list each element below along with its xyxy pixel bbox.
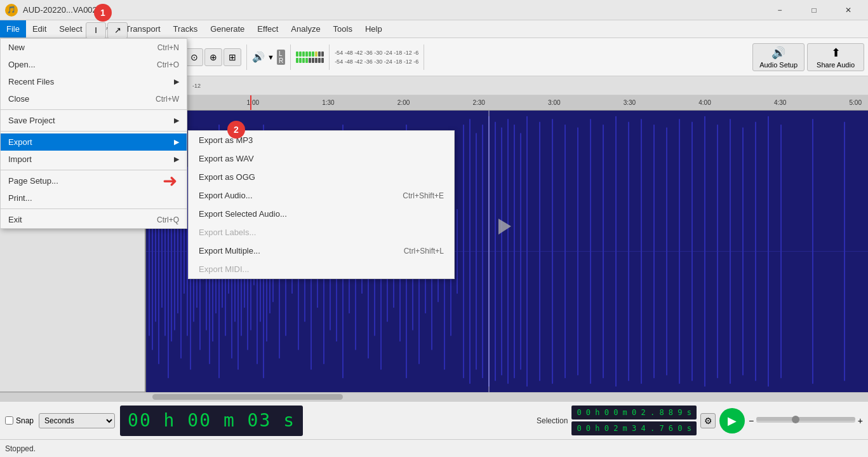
export-label: Export [8,137,32,147]
separator-d [1,208,187,209]
ruler-mark-430: 4:30 [774,99,786,106]
play-button[interactable]: ▶ [719,408,745,433]
menu-new[interactable]: New Ctrl+N [1,39,187,56]
export-arrow-icon: ▶ [174,138,179,146]
ruler-mark-500: 5:00 [849,99,861,106]
export-multiple-shortcut: Ctrl+Shift+L [404,247,444,256]
playhead [250,95,251,110]
selection-panel: Selection 0 0 h 0 0 m 0 2 . 8 8 9 s 0 0 … [537,406,863,435]
menu-help[interactable]: Help [359,20,389,38]
menu-analyze[interactable]: Analyze [284,20,326,38]
menu-import[interactable]: Import ▶ [1,151,187,168]
save-arrow-icon: ▶ [174,116,179,125]
open-shortcut: Ctrl+O [157,60,179,69]
horizontal-scrollbar[interactable] [0,392,868,401]
menu-export[interactable]: Export ▶ [1,133,187,151]
snap-checkbox-group[interactable]: Snap [5,416,34,425]
export-selected-audio[interactable]: Export Selected Audio... [189,205,454,223]
envelope-tool[interactable]: ↗ [107,22,128,39]
ruler-mark-330: 3:30 [624,99,636,106]
menu-tools[interactable]: Tools [327,20,359,38]
import-arrow-icon: ▶ [174,155,179,163]
zoom-expand[interactable]: ⊞ [224,48,241,66]
recent-arrow-icon: ▶ [174,78,179,86]
zoom-fit-tracks[interactable]: ⊕ [204,48,222,66]
menu-page-setup[interactable]: Page Setup... [1,172,187,189]
app-icon: 🎵 [5,4,18,17]
zoom-fit-button[interactable]: ⊙ [185,48,203,66]
export-ogg-label: Export as OGG [199,172,255,182]
menu-effect[interactable]: Effect [251,20,284,38]
separator-6 [424,44,424,70]
edit-menu-dropdown: New Ctrl+N Open... Ctrl+O Recent Files ▶… [0,38,187,229]
menu-generate[interactable]: Generate [204,20,251,38]
export-audio-label: Export Audio... [199,191,253,200]
export-wav[interactable]: Export as WAV [189,149,454,168]
badge-2: 2 [227,121,245,139]
arrow-indicator: ➜ [163,170,177,191]
export-audio[interactable]: Export Audio... Ctrl+Shift+E [189,186,454,205]
menu-print[interactable]: Print... [1,189,187,207]
separator-a [1,109,187,110]
close-label: Close [8,94,29,104]
export-labels: Export Labels... [189,223,454,242]
menu-file[interactable]: File [0,20,26,38]
separator-b [1,131,187,132]
menu-tracks[interactable]: Tracks [167,20,204,38]
export-wav-label: Export as WAV [199,154,254,163]
recent-label: Recent Files [8,77,54,86]
title-bar: 🎵 AUD-20220...VA0021 − □ ✕ [0,0,868,20]
export-mp3-label: Export as MP3 [199,135,253,145]
export-midi: Export MIDI... [189,260,454,278]
status-text: Stopped. [5,444,36,453]
export-labels-label: Export Labels... [199,228,256,237]
volume-group: 🔊 ▼ LR [252,50,285,65]
export-multiple-label: Export Multiple... [199,246,260,256]
selection-time-2: 0 0 h 0 2 m 3 4 . 7 6 0 s [571,421,697,435]
snap-label: Snap [16,416,34,425]
export-submenu: Export as MP3 Export as WAV Export as OG… [188,130,455,279]
ruler-mark-300: 3:00 [548,99,560,106]
seconds-select[interactable]: Seconds [39,413,115,428]
share-audio-button[interactable]: ⬆ Share Audio [807,43,864,71]
snap-checkbox[interactable] [5,416,13,425]
window-controls: − □ ✕ [765,0,863,20]
export-ogg[interactable]: Export as OGG [189,168,454,186]
audio-setup-button[interactable]: 🔊 Audio Setup [752,43,805,71]
status-bar: Stopped. [0,439,868,457]
menu-save-project[interactable]: Save Project ▶ [1,112,187,129]
ruler-controls: -18-12 [152,83,864,89]
separator-3 [246,44,247,70]
restore-button[interactable]: □ [799,0,829,20]
badge-1: 1 [94,4,112,22]
bottom-controls: Snap Seconds 00 h 00 m 03 s Selection 0 … [0,402,868,439]
bottom-bar: Snap Seconds 00 h 00 m 03 s Selection 0 … [0,401,868,457]
share-audio-icon: ⬆ [831,46,841,60]
exit-label: Exit [8,215,22,224]
export-selected-label: Export Selected Audio... [199,209,287,219]
audio-setup-label: Audio Setup [759,61,798,69]
menu-edit[interactable]: Edit [26,20,53,38]
menu-close[interactable]: Close Ctrl+W [1,90,187,107]
selection-settings-icon[interactable]: ⚙ [700,413,716,428]
minimize-button[interactable]: − [765,0,794,20]
time-display: 00 h 00 m 03 s [120,406,303,436]
menu-select[interactable]: Select [53,20,88,38]
separator-4 [290,44,291,70]
selection-time-1: 0 0 h 0 0 m 0 2 . 8 8 9 s [571,406,697,419]
volume-slider[interactable] [756,419,855,423]
ruler-mark-200: 2:00 [397,99,410,106]
menu-recent-files[interactable]: Recent Files ▶ [1,73,187,90]
save-label: Save Project [8,116,55,125]
ruler-mark-100: 1:00 [247,99,259,106]
scrollbar-thumb[interactable] [152,394,343,400]
close-shortcut: Ctrl+W [156,95,179,104]
export-multiple[interactable]: Export Multiple... Ctrl+Shift+L [189,242,454,260]
menu-exit[interactable]: Exit Ctrl+Q [1,211,187,228]
new-shortcut: Ctrl+N [157,43,179,52]
ruler-mark-230: 2:30 [472,99,484,106]
lr-label: LR [277,50,285,65]
close-button[interactable]: ✕ [834,0,863,20]
menu-open[interactable]: Open... Ctrl+O [1,56,187,73]
select-tool[interactable]: I [86,22,106,39]
